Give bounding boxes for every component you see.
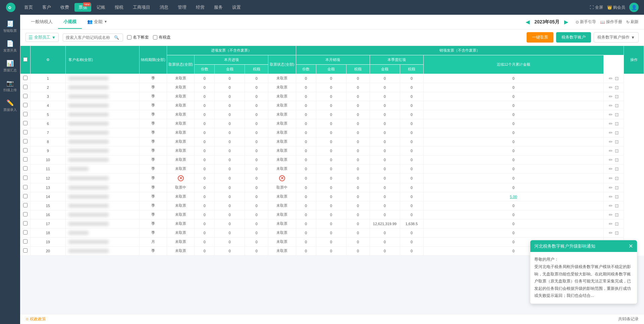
row-checkbox[interactable] xyxy=(23,176,28,180)
one-click-btn[interactable]: 一键取票 xyxy=(527,32,553,43)
nav-item-home[interactable]: 首页 xyxy=(20,3,37,12)
edit-icon[interactable]: ✏ xyxy=(609,157,613,163)
tab-all[interactable]: 👥 全能 ▼ xyxy=(82,15,113,29)
copy-icon[interactable]: ⊡ xyxy=(615,194,619,199)
edit-icon[interactable]: ✏ xyxy=(609,76,613,81)
checkbox-account[interactable] xyxy=(127,35,131,40)
row-checkbox[interactable] xyxy=(23,166,28,171)
edit-icon[interactable]: ✏ xyxy=(609,148,613,153)
nav-item-client[interactable]: 客户 xyxy=(38,3,55,12)
edit-icon[interactable]: ✏ xyxy=(609,103,613,108)
copy-icon[interactable]: ⊡ xyxy=(615,94,619,99)
copy-icon[interactable]: ⊡ xyxy=(615,148,619,153)
nav-item-ticket[interactable]: 票据 new xyxy=(74,3,91,12)
tax-policy-link[interactable]: ⊙ 税政政策 xyxy=(25,316,46,322)
sidebar-item-summary[interactable]: 📊 票据汇总 xyxy=(1,57,19,75)
tab-general-taxpayer[interactable]: 一般纳税人 xyxy=(25,15,58,29)
copy-icon[interactable]: ⊡ xyxy=(615,212,619,217)
sidebar-item-scan-upload[interactable]: 📷 扫描上传 xyxy=(1,77,19,95)
copy-icon[interactable]: ⊡ xyxy=(615,139,619,144)
copy-icon[interactable]: ⊡ xyxy=(615,112,619,117)
employee-select[interactable]: ☰ 全部员工 ▼ xyxy=(25,33,59,42)
row-name xyxy=(65,74,139,83)
nav-item-message[interactable]: 消息 xyxy=(156,3,172,12)
edit-icon[interactable]: ✏ xyxy=(609,121,613,126)
row-num: 19 xyxy=(31,237,66,246)
copy-icon[interactable]: ⊡ xyxy=(615,176,619,181)
row-checkbox[interactable] xyxy=(23,221,28,225)
tab-small-scale[interactable]: 小规模 xyxy=(58,15,82,29)
checkbox-taxdisk[interactable] xyxy=(153,35,157,40)
row-checkbox[interactable] xyxy=(23,103,28,107)
sidebar-item-invoice-open[interactable]: 📄 发票开具 xyxy=(1,37,19,56)
edit-icon[interactable]: ✏ xyxy=(609,230,613,236)
row-checkbox[interactable] xyxy=(23,185,28,189)
copy-icon[interactable]: ⊡ xyxy=(615,203,619,208)
edit-icon[interactable]: ✏ xyxy=(609,221,613,226)
edit-icon[interactable]: ✏ xyxy=(609,194,613,199)
row-checkbox[interactable] xyxy=(23,148,28,152)
nav-item-operation[interactable]: 经营 xyxy=(192,3,209,12)
search-input[interactable] xyxy=(66,35,113,40)
row-checkbox[interactable] xyxy=(23,157,28,161)
copy-icon[interactable]: ⊡ xyxy=(615,221,619,226)
row-checkbox[interactable] xyxy=(23,121,28,125)
checkbox-label-taxdisk[interactable]: 有税盘 xyxy=(153,35,171,40)
nav-item-manage[interactable]: 管理 xyxy=(174,3,191,12)
nav-item-business[interactable]: 工商项目 xyxy=(129,3,154,12)
copy-icon[interactable]: ⊡ xyxy=(615,103,619,108)
row-checkbox[interactable] xyxy=(23,239,28,244)
th-period: 纳税期限(全部) xyxy=(139,46,167,74)
row-checkbox[interactable] xyxy=(23,248,28,253)
tax-op-btn[interactable]: 税务数字账户操作 ▼ xyxy=(594,32,639,43)
edit-icon[interactable]: ✏ xyxy=(609,203,613,208)
guide-link[interactable]: ⊙ 新手引导 xyxy=(576,19,596,25)
edit-icon[interactable]: ✏ xyxy=(609,94,613,99)
edit-icon[interactable]: ✏ xyxy=(609,185,613,190)
copy-icon[interactable]: ⊡ xyxy=(615,157,619,163)
fullscreen-btn[interactable]: ⛶ 全屏 xyxy=(590,5,603,10)
edit-icon[interactable]: ✏ xyxy=(609,112,613,117)
nav-item-billing[interactable]: 收费 xyxy=(56,3,73,12)
nav-item-accounting[interactable]: 记账 xyxy=(93,3,109,12)
refresh-link[interactable]: ↻ 刷新 xyxy=(626,19,639,25)
nav-item-settings[interactable]: 设置 xyxy=(228,3,245,12)
copy-icon[interactable]: ⊡ xyxy=(615,166,619,172)
row-checkbox[interactable] xyxy=(23,139,28,143)
row-checkbox[interactable] xyxy=(23,203,28,207)
row-checkbox[interactable] xyxy=(23,194,28,198)
row-num: 7 xyxy=(31,128,66,137)
row-checkbox[interactable] xyxy=(23,94,28,98)
sidebar-item-ticket-entry[interactable]: ✏️ 票据录入 xyxy=(1,96,19,115)
row-checkbox[interactable] xyxy=(23,85,28,89)
select-all-checkbox[interactable] xyxy=(23,57,28,62)
copy-icon[interactable]: ⊡ xyxy=(615,76,619,81)
edit-icon[interactable]: ✏ xyxy=(609,176,613,181)
row-checkbox[interactable] xyxy=(23,130,28,134)
row-checkbox[interactable] xyxy=(23,230,28,235)
copy-icon[interactable]: ⊡ xyxy=(615,230,619,236)
row-checkbox[interactable] xyxy=(23,212,28,216)
copy-icon[interactable]: ⊡ xyxy=(615,185,619,190)
nav-item-tax[interactable]: 报税 xyxy=(111,3,127,12)
user-avatar[interactable]: 👤 xyxy=(629,3,639,12)
member-btn[interactable]: 👑 购会员 xyxy=(607,5,625,10)
manual-link[interactable]: 📖 操作手册 xyxy=(600,19,622,25)
edit-icon[interactable]: ✏ xyxy=(609,130,613,135)
sidebar-item-intelligent-ticket[interactable]: 🧾 智能取票 xyxy=(1,17,19,36)
row-checkbox[interactable] xyxy=(23,112,28,116)
notification-close-btn[interactable]: ✕ xyxy=(629,243,633,249)
date-next-btn[interactable]: ▶ xyxy=(562,18,570,26)
copy-icon[interactable]: ⊡ xyxy=(615,121,619,126)
tax-digital-btn[interactable]: 税务数字账户 xyxy=(556,32,591,43)
edit-icon[interactable]: ✏ xyxy=(609,166,613,172)
row-checkbox[interactable] xyxy=(23,76,28,80)
copy-icon[interactable]: ⊡ xyxy=(615,85,619,90)
checkbox-label-account[interactable]: 名下帐套 xyxy=(127,35,149,40)
date-prev-btn[interactable]: ◀ xyxy=(524,18,532,26)
nav-item-service[interactable]: 服务 xyxy=(210,3,227,12)
edit-icon[interactable]: ✏ xyxy=(609,212,613,217)
edit-icon[interactable]: ✏ xyxy=(609,139,613,144)
edit-icon[interactable]: ✏ xyxy=(609,85,613,90)
copy-icon[interactable]: ⊡ xyxy=(615,130,619,135)
